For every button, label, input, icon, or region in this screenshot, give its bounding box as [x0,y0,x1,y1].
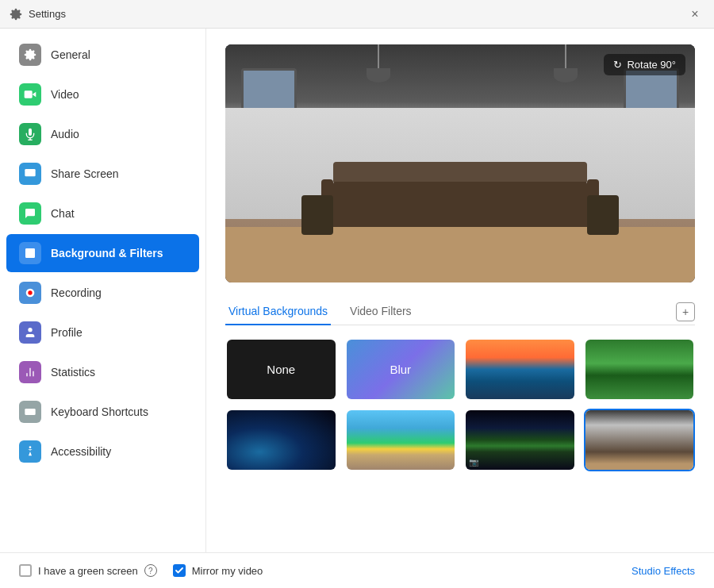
rotate-icon: ↻ [613,59,622,71]
green-screen-help-icon[interactable]: ? [144,564,157,577]
bg-beach-inner [347,410,455,470]
sidebar-item-audio[interactable]: Audio [6,115,199,153]
bg-grass-inner [585,340,694,399]
tabs-header: Virtual BackgroundsVideo Filters+ [225,298,695,325]
svg-point-11 [28,328,32,332]
bg-aurora-inner: 📷 [466,410,574,470]
recording-label: Recording [51,286,102,299]
camera-badge-icon: 📷 [469,458,478,467]
sharescreen-label: Share Screen [51,167,119,180]
svg-point-21 [29,446,32,448]
audio-icon [19,123,41,145]
bg-blur[interactable]: Blur [345,338,457,401]
sidebar-item-general[interactable]: General [6,36,199,74]
bg-space[interactable] [225,409,337,471]
bg-bridge[interactable] [464,338,576,401]
audio-label: Audio [51,128,79,140]
mirror-video-checkbox[interactable] [173,564,186,577]
svg-marker-2 [33,92,36,98]
svg-rect-3 [25,90,33,98]
statistics-label: Statistics [51,366,95,379]
video-icon [19,83,41,106]
bg-none[interactable]: None [225,338,337,401]
mirror-video-option[interactable]: Mirror my video [173,564,263,577]
tab-virtual[interactable]: Virtual Backgrounds [225,298,331,325]
recording-icon [19,282,41,304]
close-button[interactable]: × [685,5,704,24]
backgrounds-grid: NoneBlur📷 [225,338,695,471]
tab-filters[interactable]: Video Filters [347,298,415,325]
sidebar-item-keyboard[interactable]: Keyboard Shortcuts [6,393,199,431]
sidebar-item-statistics[interactable]: Statistics [6,353,199,391]
sidebar: GeneralVideoAudioShare ScreenChatBackgro… [0,29,206,552]
bg-space-inner [227,410,336,470]
green-screen-label: I have a green screen [38,565,138,577]
add-background-button[interactable]: + [676,302,695,321]
sidebar-item-bgfilters[interactable]: Background & Filters [6,234,199,272]
keyboard-label: Keyboard Shortcuts [51,405,148,418]
profile-label: Profile [51,326,83,339]
svg-point-10 [28,290,32,294]
rotate-label: Rotate 90° [627,59,676,71]
general-icon [19,44,41,66]
green-screen-option[interactable]: I have a green screen ? [19,564,157,577]
sidebar-item-chat[interactable]: Chat [6,194,199,233]
sidebar-item-sharescreen[interactable]: Share Screen [6,155,199,193]
tabs-section: Virtual BackgroundsVideo Filters+ NoneBl… [225,298,695,471]
sidebar-item-profile[interactable]: Profile [6,313,199,352]
video-preview: ↻ Rotate 90° [225,44,695,282]
bg-bridge-inner [466,340,574,399]
bottom-bar: I have a green screen ? Mirror my video … [0,552,714,588]
chat-icon [19,202,41,225]
chat-label: Chat [51,207,75,220]
rotate-button[interactable]: ↻ Rotate 90° [604,54,685,75]
bgfilters-icon [19,242,41,264]
content-area: ↻ Rotate 90° Virtual BackgroundsVideo Fi… [206,29,714,552]
sharescreen-icon [19,163,41,185]
bg-grass[interactable] [584,338,696,401]
title-bar: Settings × [0,0,714,29]
sidebar-item-video[interactable]: Video [6,75,199,113]
green-screen-checkbox[interactable] [19,564,32,577]
bg-aurora[interactable]: 📷 [464,409,576,471]
window-title: Settings [29,8,685,20]
general-label: General [51,48,90,61]
bg-beach[interactable] [345,409,457,471]
svg-rect-6 [25,169,35,176]
mirror-video-label: Mirror my video [192,565,263,577]
accessibility-icon [19,440,41,463]
video-label: Video [51,88,79,101]
bgfilters-label: Background & Filters [51,247,163,259]
bg-room-inner [585,410,694,470]
bg-none-inner: None [227,340,336,399]
sidebar-item-accessibility[interactable]: Accessibility [6,432,199,471]
studio-effects-button[interactable]: Studio Effects [631,565,695,577]
profile-icon [19,321,41,344]
svg-rect-15 [25,409,35,415]
keyboard-icon [19,401,41,423]
accessibility-label: Accessibility [51,445,111,458]
svg-point-8 [28,251,29,252]
sidebar-item-recording[interactable]: Recording [6,274,199,312]
statistics-icon [19,361,41,383]
checkmark-icon [175,567,183,574]
bg-room[interactable] [584,409,696,471]
bg-blur-inner: Blur [347,340,455,399]
settings-icon [10,8,22,21]
